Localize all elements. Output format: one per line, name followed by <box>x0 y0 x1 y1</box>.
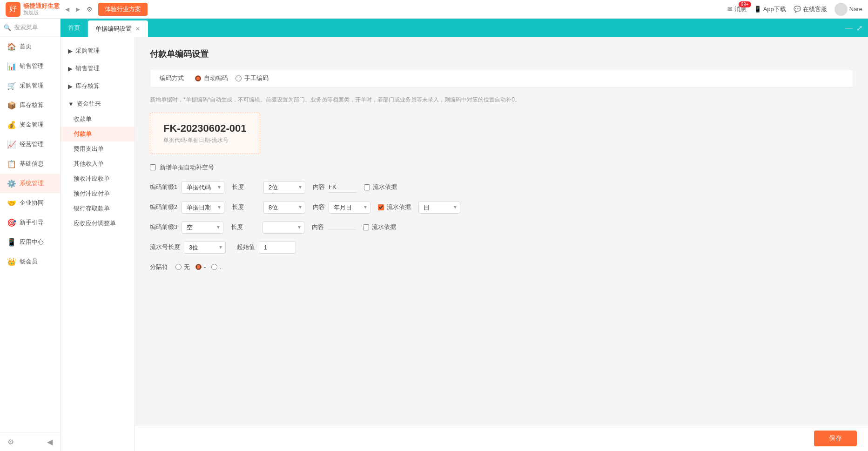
length2-label: 长度 <box>232 203 260 211</box>
auto-fill-label: 新增单据自动补空号 <box>160 163 214 172</box>
length3-select[interactable] <box>262 221 304 234</box>
serial-length-select[interactable]: 3位 <box>184 241 226 254</box>
info-text-content: 新增单据时，*单据编码*自动生成，不可编辑。前缀设置为部门、业务员等档案类，开单… <box>150 96 520 103</box>
brand-icon: 好 <box>6 2 20 17</box>
enterprise-icon: 🤝 <box>7 199 16 207</box>
submenu-advance-recv-label: 预收冲应收单 <box>74 175 110 182</box>
newguide-icon: 🎯 <box>7 218 16 227</box>
sidebar-item-member[interactable]: 👑 畅会员 <box>0 252 60 271</box>
submenu-advance-recv[interactable]: 预收冲应收单 <box>61 171 135 186</box>
sep-none-radio[interactable] <box>175 264 182 270</box>
serial3-checkbox[interactable] <box>363 224 369 230</box>
user-avatar <box>834 3 848 16</box>
sep-dot-label: . <box>220 263 222 270</box>
nav-prev-icon[interactable]: ◀ <box>63 4 71 14</box>
app-download-item[interactable]: 📱 App下载 <box>754 5 786 13</box>
sidebar-item-label: 采购管理 <box>20 81 44 90</box>
sidebar-item-home[interactable]: 🏠 首页 <box>0 37 60 56</box>
sidebar-item-base[interactable]: 📋 基础信息 <box>0 154 60 174</box>
settings-icon[interactable]: ⚙ <box>85 4 94 15</box>
sidebar-item-apps[interactable]: 📱 应用中心 <box>0 232 60 252</box>
serial-start-input[interactable] <box>259 241 296 254</box>
tab-home[interactable]: 首页 <box>61 19 88 37</box>
submenu-receipt-label: 收款单 <box>74 115 92 122</box>
message-item[interactable]: ✉ 消息 99+ <box>727 5 747 13</box>
sep-dash-option[interactable]: - <box>195 263 206 270</box>
online-service-item[interactable]: 💬 在线客服 <box>794 5 827 13</box>
submenu-other-income[interactable]: 其他收入单 <box>61 156 135 171</box>
serial2-checkbox[interactable] <box>378 204 384 210</box>
purchase-icon: 🛒 <box>7 81 16 90</box>
sidebar-item-enterprise[interactable]: 🤝 企业协同 <box>0 193 60 213</box>
tab-close-icon[interactable]: ✕ <box>135 26 140 32</box>
apps-icon: 📱 <box>7 238 16 246</box>
experience-button[interactable]: 体验行业方案 <box>98 3 148 16</box>
auto-fill-checkbox[interactable] <box>150 164 156 170</box>
content-area: 首页 单据编码设置 ✕ — ⤢ ▶ 采购管理 <box>61 19 868 451</box>
sep-none-option[interactable]: 无 <box>175 263 190 271</box>
submenu-payment-label: 付款单 <box>74 130 92 137</box>
submenu-purchase-header[interactable]: ▶ 采购管理 <box>61 43 135 59</box>
length3-field: 长度 <box>231 221 304 234</box>
submenu-finance-label: 资金往来 <box>77 100 101 108</box>
auto-encode-option[interactable]: 自动编码 <box>195 74 228 82</box>
prefix3-label: 编码前缀3 <box>150 223 178 231</box>
sidebar-item-operation[interactable]: 📈 经营管理 <box>0 135 60 154</box>
manual-encode-radio[interactable] <box>236 75 242 81</box>
serial-length-label: 流水号长度 <box>150 243 180 251</box>
tab-minimize-button[interactable]: — <box>845 24 853 32</box>
serial-length-select-wrapper: 3位 <box>184 241 226 254</box>
save-button[interactable]: 保存 <box>814 431 857 446</box>
sep-dot-option[interactable]: . <box>211 263 222 270</box>
content1-label: 内容 <box>313 183 325 191</box>
user-info[interactable]: Nare <box>834 3 862 16</box>
sidebar-item-system[interactable]: ⚙️ 系统管理 <box>0 174 60 193</box>
submenu-sales-header[interactable]: ▶ 销售管理 <box>61 61 135 76</box>
content3-label: 内容 <box>312 223 324 231</box>
submenu-advance-pay[interactable]: 预付冲应付单 <box>61 186 135 201</box>
sep-dot-radio[interactable] <box>211 264 217 270</box>
sidebar-item-finance[interactable]: 💰 资金管理 <box>0 115 60 135</box>
length1-select[interactable]: 2位 <box>263 181 305 194</box>
submenu-bank[interactable]: 银行存取款单 <box>61 201 135 216</box>
sidebar-search[interactable]: 🔍 搜索菜单 <box>0 19 60 37</box>
nav-next-icon[interactable]: ▶ <box>74 4 82 14</box>
auto-encode-radio[interactable] <box>195 75 201 81</box>
submenu-payment[interactable]: 付款单 <box>61 127 135 141</box>
submenu-expense[interactable]: 费用支出单 <box>61 141 135 156</box>
submenu-group-purchase: ▶ 采购管理 <box>61 43 135 59</box>
submenu-receipt[interactable]: 收款单 <box>61 112 135 127</box>
operation-icon: 📈 <box>7 140 16 148</box>
submenu-inventory-label: 库存核算 <box>75 82 100 90</box>
submenu-finance-header[interactable]: ▼ 资金往来 <box>61 96 135 112</box>
search-label: 搜索菜单 <box>14 23 38 32</box>
system-icon: ⚙️ <box>7 179 16 188</box>
prefix3-select[interactable]: 空 <box>182 221 223 234</box>
submenu-advance-pay-label: 预付冲应付单 <box>74 190 110 197</box>
submenu-inventory-header[interactable]: ▶ 库存核算 <box>61 78 135 94</box>
sidebar-collapse-icon[interactable]: ◀ <box>47 438 53 446</box>
prefix2-select[interactable]: 单据日期 <box>182 201 224 214</box>
tab-expand-button[interactable]: ⤢ <box>856 24 862 33</box>
manual-encode-option[interactable]: 手工编码 <box>236 74 269 82</box>
sidebar-item-sales[interactable]: 📊 销售管理 <box>0 56 60 76</box>
period2-select[interactable]: 日 <box>418 201 460 214</box>
length2-select[interactable]: 8位 <box>263 201 305 214</box>
prefix1-select[interactable]: 单据代码 <box>182 181 224 194</box>
sep-dash-label: - <box>204 263 206 270</box>
sep-dash-radio[interactable] <box>195 264 202 270</box>
serial1-checkbox[interactable] <box>364 184 370 190</box>
sidebar-item-purchase[interactable]: 🛒 采购管理 <box>0 76 60 95</box>
submenu-purchase-label: 采购管理 <box>75 47 100 55</box>
tab-encoding[interactable]: 单据编码设置 ✕ <box>88 20 148 37</box>
sidebar-item-newguide[interactable]: 🎯 新手引导 <box>0 213 60 232</box>
length2-select-wrapper: 8位 <box>263 201 305 214</box>
sidebar-settings-icon[interactable]: ⚙ <box>7 438 14 446</box>
submenu-sales-arrow: ▶ <box>68 65 73 72</box>
content2-select[interactable]: 年月日 <box>329 201 370 214</box>
sidebar-item-inventory[interactable]: 📦 库存核算 <box>0 95 60 115</box>
submenu-adjust[interactable]: 应收应付调整单 <box>61 216 135 231</box>
user-name: Nare <box>849 6 862 13</box>
serial-length-field: 流水号长度 3位 <box>150 241 226 254</box>
content1-value: FK <box>329 182 357 193</box>
